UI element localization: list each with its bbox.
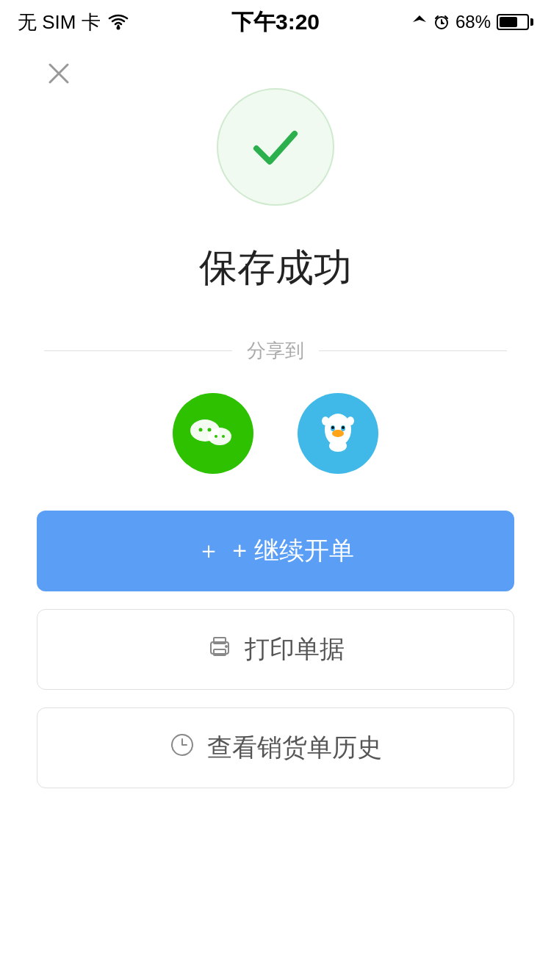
qq-icon (312, 408, 364, 459)
status-left: 无 SIM 卡 (18, 10, 129, 35)
no-sim-text: 无 SIM 卡 (18, 10, 101, 35)
share-label: 分享到 (232, 338, 319, 364)
svg-point-17 (332, 430, 344, 437)
divider-right (319, 350, 507, 351)
close-icon (46, 60, 72, 87)
svg-point-15 (331, 426, 334, 429)
svg-point-19 (347, 417, 354, 425)
svg-point-8 (208, 428, 212, 432)
success-icon-circle (217, 88, 334, 206)
svg-point-6 (208, 428, 231, 445)
print-button[interactable]: 打印单据 (37, 609, 514, 690)
success-title: 保存成功 (199, 242, 352, 294)
svg-point-0 (116, 26, 120, 30)
svg-point-10 (222, 435, 225, 438)
share-divider-row: 分享到 (0, 338, 551, 364)
clock-icon (169, 732, 195, 764)
continue-label: + 继续开单 (232, 534, 353, 568)
history-label: 查看销货单历史 (207, 731, 382, 765)
svg-point-18 (322, 417, 329, 425)
main-content: 保存成功 分享到 (0, 44, 551, 788)
divider-left (44, 350, 232, 351)
share-wechat-button[interactable] (173, 393, 253, 474)
svg-point-7 (199, 428, 203, 432)
svg-point-16 (342, 426, 345, 429)
print-icon (206, 633, 233, 666)
wechat-icon (187, 411, 239, 455)
battery-percent: 68% (455, 12, 491, 32)
continue-button[interactable]: ＋ + 继续开单 (37, 511, 514, 591)
battery-icon (497, 14, 533, 30)
alarm-icon (433, 14, 450, 30)
status-time: 下午3:20 (231, 7, 320, 37)
svg-point-23 (225, 645, 228, 648)
svg-point-9 (215, 435, 217, 438)
status-bar: 无 SIM 卡 下午3:20 68% (0, 0, 551, 44)
action-buttons: ＋ + 继续开单 打印单据 查看销货单历 (0, 511, 551, 788)
status-right: 68% (411, 12, 533, 32)
share-section: 分享到 (0, 338, 551, 474)
location-icon (411, 14, 428, 30)
share-qq-button[interactable] (298, 393, 378, 474)
share-icons-row (173, 393, 378, 474)
history-button[interactable]: 查看销货单历史 (37, 707, 514, 788)
print-label: 打印单据 (245, 633, 345, 666)
wifi-icon (108, 14, 129, 30)
checkmark-icon (246, 118, 305, 176)
svg-point-12 (329, 440, 347, 452)
plus-icon: ＋ (197, 535, 220, 567)
close-button[interactable] (37, 51, 81, 96)
